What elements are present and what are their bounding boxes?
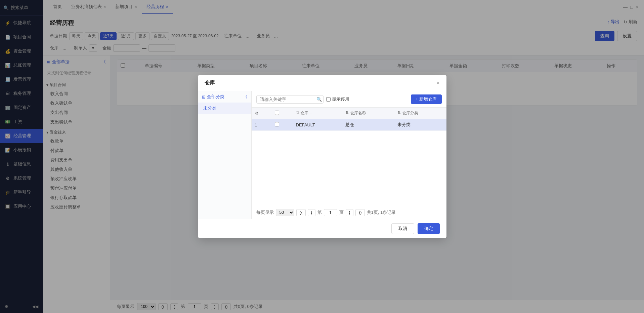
row-num: 1 bbox=[252, 119, 271, 131]
dialog-total-label: 共1页, 1条记录 bbox=[367, 209, 396, 216]
dialog-next-page[interactable]: ⟩ bbox=[346, 209, 353, 216]
cancel-button[interactable]: 取消 bbox=[391, 223, 414, 234]
dialog-page-size-label: 每页显示 bbox=[256, 209, 274, 216]
all-category-label: 全部分类 bbox=[207, 94, 224, 100]
show-disabled-checkbox[interactable] bbox=[326, 97, 331, 102]
uncategorized-item[interactable]: 未分类 bbox=[198, 103, 251, 114]
uncategorized-label: 未分类 bbox=[203, 106, 216, 111]
th-wh-code: ⇅ 仓库... bbox=[293, 108, 342, 119]
dialog-body: ⊞ 全部分类 《 未分类 🔍 bbox=[198, 91, 446, 219]
dialog-last-page[interactable]: ⟩⟩ bbox=[355, 209, 365, 216]
dialog-page-size-select[interactable]: 50 100 bbox=[276, 209, 294, 216]
dialog-page-unit: 页 bbox=[339, 209, 344, 216]
dialog-first-page[interactable]: ⟨⟨ bbox=[296, 209, 306, 216]
dialog-footer: 取消 确定 bbox=[198, 219, 446, 238]
dialog-title: 仓库 bbox=[205, 80, 215, 86]
dialog-left-panel: ⊞ 全部分类 《 未分类 bbox=[198, 91, 252, 219]
warehouse-table: ⚙ ⇅ 仓库... ⇅ 仓库名称 bbox=[252, 108, 446, 131]
row-wh-name: 总仓 bbox=[342, 119, 394, 131]
row-wh-category: 未分类 bbox=[394, 119, 446, 131]
grid-icon2: ⊞ bbox=[202, 94, 206, 100]
row-checkbox[interactable] bbox=[271, 119, 293, 131]
sort-icon: ⇅ bbox=[296, 111, 299, 115]
th-select bbox=[271, 108, 293, 119]
select-all-wh-checkbox[interactable] bbox=[275, 111, 279, 115]
th-wh-name: ⇅ 仓库名称 bbox=[342, 108, 394, 119]
row-wh-code: DEFAULT bbox=[293, 119, 342, 131]
dialog-search-box[interactable]: 🔍 bbox=[256, 95, 324, 104]
dialog-search-input[interactable] bbox=[260, 97, 316, 102]
modal-overlay: 仓库 × ⊞ 全部分类 《 未分类 bbox=[0, 0, 644, 313]
dialog-right-panel: 🔍 显示停用 + 新增仓库 ⚙ bbox=[252, 91, 446, 219]
confirm-button[interactable]: 确定 bbox=[418, 223, 440, 234]
dialog-prev-page[interactable]: ⟨ bbox=[308, 209, 315, 216]
dialog-page-label: 第 bbox=[317, 209, 322, 216]
all-category-header[interactable]: ⊞ 全部分类 《 bbox=[198, 91, 251, 103]
dialog-table-area: ⚙ ⇅ 仓库... ⇅ 仓库名称 bbox=[252, 108, 446, 206]
show-disabled-text: 显示停用 bbox=[332, 96, 349, 102]
add-warehouse-button[interactable]: + 新增仓库 bbox=[411, 94, 441, 104]
warehouse-table-header: ⚙ ⇅ 仓库... ⇅ 仓库名称 bbox=[252, 108, 446, 119]
dialog-toolbar: 🔍 显示停用 + 新增仓库 bbox=[252, 91, 446, 108]
warehouse-table-row[interactable]: 1 DEFAULT 总仓 未分类 bbox=[252, 119, 446, 131]
dialog-pagination: 每页显示 50 100 ⟨⟨ ⟨ 第 页 ⟩ ⟩⟩ 共1页, 1条记录 bbox=[252, 206, 446, 219]
th-settings[interactable]: ⚙ bbox=[252, 108, 271, 119]
add-warehouse-label: + 新增仓库 bbox=[416, 96, 437, 102]
dialog-close-btn[interactable]: × bbox=[436, 80, 439, 86]
sort-icon2: ⇅ bbox=[345, 111, 349, 115]
collapse-left-icon[interactable]: 《 bbox=[244, 94, 247, 100]
sort-icon3: ⇅ bbox=[397, 111, 401, 115]
warehouse-dialog: 仓库 × ⊞ 全部分类 《 未分类 bbox=[198, 75, 446, 238]
dialog-header: 仓库 × bbox=[198, 75, 446, 91]
th-wh-category: ⇅ 仓库分类 bbox=[394, 108, 446, 119]
show-disabled-label[interactable]: 显示停用 bbox=[326, 96, 349, 102]
dialog-page-input[interactable] bbox=[324, 209, 337, 216]
dialog-search-icon: 🔍 bbox=[316, 97, 322, 102]
